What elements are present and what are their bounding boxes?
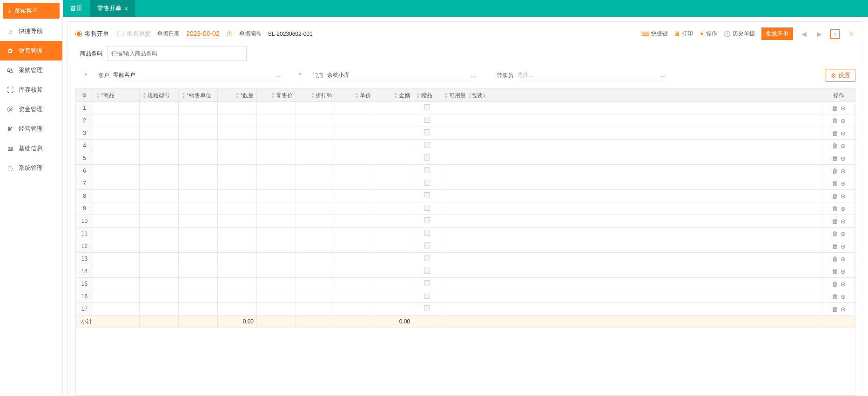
cell-amount[interactable] xyxy=(374,177,413,190)
add-row-icon[interactable]: ⊕ xyxy=(841,180,846,187)
cell-amount[interactable] xyxy=(374,215,413,228)
cell-spec[interactable] xyxy=(140,177,179,190)
cell-qty[interactable] xyxy=(218,165,257,177)
cell-spec[interactable] xyxy=(140,190,179,202)
cell-unit[interactable] xyxy=(179,265,218,278)
cell-retail-price[interactable] xyxy=(257,114,296,127)
cell-unit[interactable] xyxy=(179,165,218,177)
cell-price[interactable] xyxy=(335,253,374,265)
cell-retail-price[interactable] xyxy=(257,290,296,303)
radio-retail-return[interactable]: 零售退货 xyxy=(117,30,151,38)
cell-available[interactable] xyxy=(441,253,822,265)
delete-icon[interactable]: 🗑 xyxy=(832,306,838,313)
sidebar-item-2[interactable]: 🛍采购管理 xyxy=(0,60,62,80)
cell-product[interactable] xyxy=(93,265,140,278)
cell-available[interactable] xyxy=(441,152,822,165)
cell-qty[interactable] xyxy=(218,152,257,165)
checkbox-icon[interactable] xyxy=(424,280,430,286)
checkbox-icon[interactable] xyxy=(424,255,430,261)
cell-available[interactable] xyxy=(441,215,822,228)
cell-retail-price[interactable] xyxy=(257,228,296,240)
cell-unit[interactable] xyxy=(179,303,218,315)
cell-qty[interactable] xyxy=(218,253,257,265)
delete-icon[interactable]: 🗑 xyxy=(832,193,838,200)
cell-retail-price[interactable] xyxy=(257,102,296,114)
cell-product[interactable] xyxy=(93,290,140,303)
cell-spec[interactable] xyxy=(140,253,179,265)
cell-amount[interactable] xyxy=(374,303,413,315)
cell-gift[interactable] xyxy=(413,215,441,228)
cell-amount[interactable] xyxy=(374,102,413,114)
add-row-icon[interactable]: ⊕ xyxy=(841,230,846,237)
print-link[interactable]: 🖶打印 xyxy=(674,30,693,38)
cell-gift[interactable] xyxy=(413,177,441,190)
store-select[interactable]: 余杭小库 … xyxy=(327,69,476,81)
delete-icon[interactable]: 🗑 xyxy=(832,105,838,112)
table-row[interactable]: 6🗑⊕ xyxy=(76,165,855,177)
customer-select[interactable]: 零散客户 … xyxy=(113,69,281,81)
delete-icon[interactable]: 🗑 xyxy=(832,230,838,237)
cell-product[interactable] xyxy=(93,253,140,265)
checkbox-icon[interactable] xyxy=(424,129,430,135)
cell-gift[interactable] xyxy=(413,102,441,114)
sidebar-item-5[interactable]: 🗎经营管理 xyxy=(0,119,62,139)
cell-spec[interactable] xyxy=(140,215,179,228)
th-price[interactable]: ▲▼单价 xyxy=(335,89,374,102)
cell-spec[interactable] xyxy=(140,127,179,140)
cell-gift[interactable] xyxy=(413,253,441,265)
table-row[interactable]: 12🗑⊕ xyxy=(76,240,855,253)
cell-gift[interactable] xyxy=(413,127,441,140)
add-row-icon[interactable]: ⊕ xyxy=(841,168,846,175)
cell-product[interactable] xyxy=(93,228,140,240)
cell-retail-price[interactable] xyxy=(257,278,296,290)
cell-retail-price[interactable] xyxy=(257,127,296,140)
th-available[interactable]: ▲▼可用量（包装） xyxy=(441,89,822,102)
ellipsis-icon[interactable]: … xyxy=(275,72,281,79)
add-row-icon[interactable]: ⊕ xyxy=(841,306,846,313)
cell-product[interactable] xyxy=(93,127,140,140)
delete-icon[interactable]: 🗑 xyxy=(832,281,838,288)
cell-price[interactable] xyxy=(335,152,374,165)
table-row[interactable]: 9🗑⊕ xyxy=(76,202,855,215)
cell-gift[interactable] xyxy=(413,165,441,177)
th-retail-price[interactable]: ▲▼零售价 xyxy=(257,89,296,102)
add-row-icon[interactable]: ⊕ xyxy=(841,205,846,212)
tab-0[interactable]: 首页 xyxy=(63,0,90,17)
cell-available[interactable] xyxy=(441,228,822,240)
cell-retail-price[interactable] xyxy=(257,215,296,228)
cell-price[interactable] xyxy=(335,265,374,278)
cell-qty[interactable] xyxy=(218,127,257,140)
cell-qty[interactable] xyxy=(218,240,257,253)
cell-spec[interactable] xyxy=(140,202,179,215)
cell-amount[interactable] xyxy=(374,152,413,165)
cell-gift[interactable] xyxy=(413,278,441,290)
table-row[interactable]: 1🗑⊕ xyxy=(76,102,855,114)
cell-retail-price[interactable] xyxy=(257,140,296,152)
cell-product[interactable] xyxy=(93,240,140,253)
cell-product[interactable] xyxy=(93,102,140,114)
cell-spec[interactable] xyxy=(140,152,179,165)
cell-discount[interactable] xyxy=(296,114,335,127)
sidebar-item-6[interactable]: 🖭基础信息 xyxy=(0,139,62,158)
delete-icon[interactable]: 🗑 xyxy=(832,180,838,187)
cell-qty[interactable] xyxy=(218,228,257,240)
cell-spec[interactable] xyxy=(140,165,179,177)
cell-product[interactable] xyxy=(93,165,140,177)
cell-discount[interactable] xyxy=(296,303,335,315)
cell-amount[interactable] xyxy=(374,240,413,253)
checkbox-icon[interactable] xyxy=(424,305,430,311)
settings-button[interactable]: ⚙ 设置 xyxy=(826,69,855,82)
table-row[interactable]: 3🗑⊕ xyxy=(76,127,855,140)
batch-order-button[interactable]: 批发开单 xyxy=(761,27,793,40)
sidebar-item-0[interactable]: ⌂快捷导航 xyxy=(0,21,62,41)
cell-qty[interactable] xyxy=(218,177,257,190)
delete-icon[interactable]: 🗑 xyxy=(832,243,838,250)
cell-discount[interactable] xyxy=(296,202,335,215)
cell-price[interactable] xyxy=(335,177,374,190)
cell-retail-price[interactable] xyxy=(257,165,296,177)
cell-price[interactable] xyxy=(335,140,374,152)
cell-unit[interactable] xyxy=(179,290,218,303)
cell-discount[interactable] xyxy=(296,190,335,202)
sidebar-item-1[interactable]: ✿销售管理 xyxy=(0,41,62,60)
cell-price[interactable] xyxy=(335,102,374,114)
